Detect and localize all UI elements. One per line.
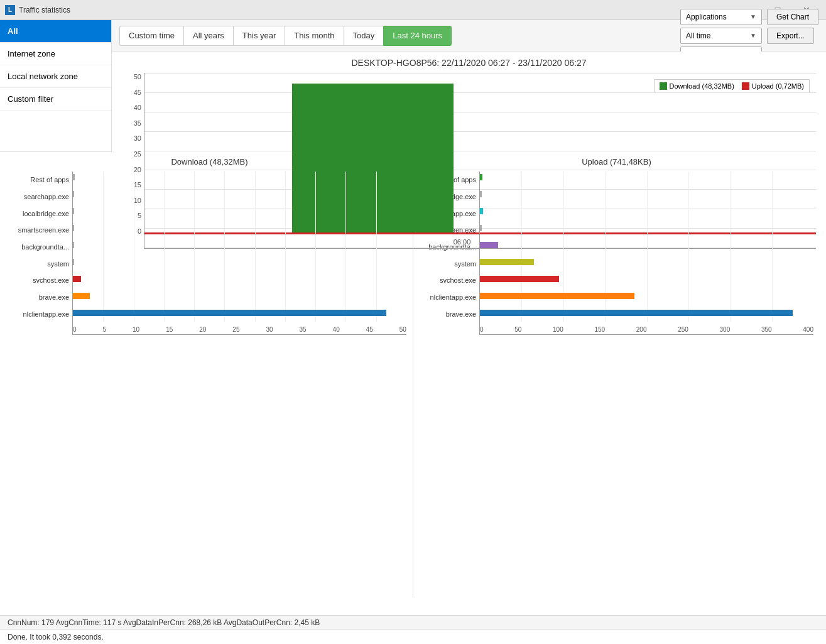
dl-bar-5 (73, 259, 74, 265)
dl-bar-8 (73, 310, 386, 316)
tab-this-month[interactable]: This month (285, 26, 343, 46)
sidebar: All Internet zone Local network zone Cus… (0, 20, 112, 151)
ul-bar-5 (480, 259, 534, 265)
tab-last-24-hours[interactable]: Last 24 hours (383, 26, 452, 46)
download-horiz-chart: Rest of apps searchapp.exe localbridge.e… (13, 172, 406, 335)
upload-x-ticks: 0 50 100 150 200 250 300 350 400 (480, 322, 813, 334)
all-time-dropdown[interactable]: All time ▼ (680, 28, 762, 44)
dropdown-arrow-icon: ▼ (750, 13, 756, 20)
sidebar-item-custom[interactable]: Custom filter (0, 88, 111, 111)
dl-bar-0 (73, 174, 75, 180)
titlebar-left: L Traffic statistics (5, 5, 70, 15)
dropdown-arrow-icon-2: ▼ (750, 32, 756, 39)
x-label: 06:00 (454, 238, 471, 246)
toolbar-row-1: Applications ▼ Get Chart (680, 9, 818, 25)
ul-bar-6 (480, 276, 559, 282)
main-chart-title: DESKTOP-HGO8P56: 22/11/2020 06:27 - 23/1… (122, 58, 816, 68)
top-right: Custom time All years This year This mon… (112, 20, 826, 151)
window-title: Traffic statistics (19, 6, 70, 14)
ul-bar-7 (480, 293, 634, 299)
applications-dropdown[interactable]: Applications ▼ (680, 9, 762, 25)
dl-bar-6 (73, 276, 81, 282)
download-x-ticks: 0 5 10 15 20 25 30 35 40 45 50 (73, 322, 406, 334)
upload-horiz-chart: Rest of apps localbridge.exe searchapp.e… (420, 172, 813, 335)
main-container: All Internet zone Local network zone Cus… (0, 20, 826, 644)
top-area: All Internet zone Local network zone Cus… (0, 20, 826, 152)
ul-bar-2 (480, 208, 483, 214)
upload-plot: 0 50 100 150 200 250 300 350 400 (479, 172, 813, 335)
tab-custom-time[interactable]: Custom time (119, 26, 183, 46)
toolbar: Custom time All years This year This mon… (112, 20, 826, 52)
sidebar-item-internet[interactable]: Internet zone (0, 43, 111, 65)
sidebar-item-all[interactable]: All (0, 20, 111, 43)
dl-bar-1 (73, 191, 74, 197)
download-y-axis: Rest of apps searchapp.exe localbridge.e… (13, 172, 72, 335)
ul-bar-0 (480, 174, 482, 180)
download-chart-section: Download (48,32MB) Rest of apps searchap… (6, 157, 413, 610)
ul-bar-3 (480, 225, 482, 231)
stats-bar: CnnNum: 179 AvgCnnTime: 117 s AvgDataInP… (0, 615, 826, 630)
tab-all-years[interactable]: All years (183, 26, 233, 46)
app-icon: L (5, 5, 15, 15)
dl-bar-2 (73, 208, 74, 214)
done-bar: Done. It took 0,392 seconds. (0, 630, 826, 644)
tab-this-year[interactable]: This year (233, 26, 285, 46)
export-button[interactable]: Export... (767, 28, 814, 44)
sidebar-item-local[interactable]: Local network zone (0, 65, 111, 88)
dl-bar-3 (73, 225, 74, 231)
ul-bar-1 (480, 191, 482, 197)
download-plot: 0 5 10 15 20 25 30 35 40 45 50 (72, 172, 406, 335)
dl-bar-7 (73, 293, 90, 299)
tab-today[interactable]: Today (344, 26, 384, 46)
toolbar-row-2: All time ▼ Export... (680, 28, 818, 44)
dl-bar-4 (73, 242, 74, 248)
get-chart-button[interactable]: Get Chart (767, 9, 818, 25)
ul-bar-8 (480, 310, 793, 316)
ul-bar-4 (480, 242, 498, 248)
